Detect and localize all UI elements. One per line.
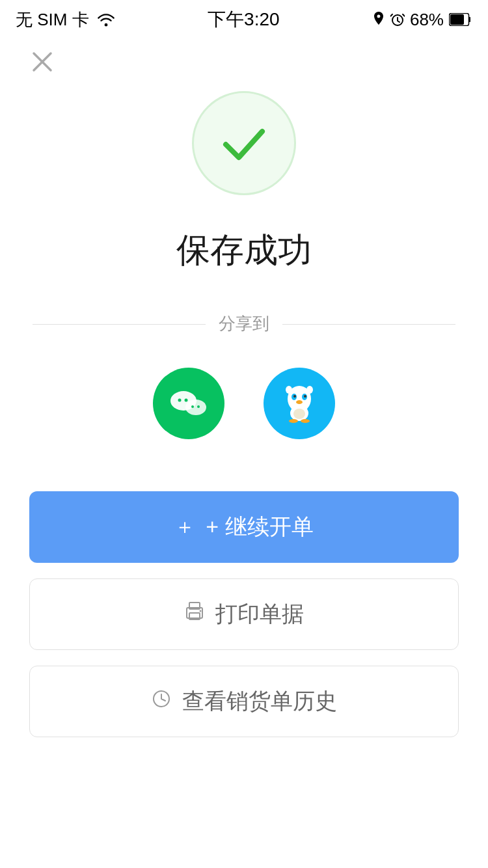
svg-point-18	[293, 409, 305, 419]
wechat-share-button[interactable]	[153, 368, 224, 439]
svg-point-16	[296, 400, 303, 404]
success-icon-circle	[192, 91, 296, 195]
svg-point-14	[293, 395, 296, 398]
share-label: 分享到	[206, 312, 282, 335]
qq-share-button[interactable]	[264, 368, 335, 439]
history-button[interactable]: 查看销货单历史	[29, 666, 459, 737]
svg-point-21	[286, 386, 292, 394]
plus-icon: ＋	[174, 513, 195, 541]
svg-point-15	[304, 395, 306, 398]
print-icon	[184, 601, 205, 627]
svg-point-7	[178, 399, 182, 402]
checkmark-icon	[218, 117, 270, 169]
continue-label: + 继续开单	[206, 512, 313, 542]
history-icon	[151, 688, 172, 714]
status-left: 无 SIM 卡	[16, 8, 115, 31]
close-button[interactable]	[26, 46, 59, 78]
svg-point-6	[185, 400, 206, 415]
action-buttons: ＋ + 继续开单 打印单据 查看销货单历史	[29, 491, 459, 737]
svg-point-8	[185, 399, 188, 402]
status-time: 下午3:20	[208, 7, 280, 32]
svg-point-20	[301, 419, 310, 423]
print-label: 打印单据	[215, 599, 304, 629]
wechat-icon	[167, 384, 210, 423]
history-label: 查看销货单历史	[182, 686, 337, 716]
status-right: 68%	[372, 10, 472, 30]
wifi-icon	[97, 12, 115, 27]
svg-rect-2	[450, 14, 464, 25]
svg-point-26	[200, 610, 202, 612]
success-title: 保存成功	[176, 228, 312, 273]
battery-percent: 68%	[410, 10, 444, 30]
share-section: 分享到	[0, 312, 488, 335]
close-icon	[31, 50, 54, 74]
svg-point-9	[191, 405, 194, 408]
share-icons-row	[153, 368, 335, 439]
battery-icon	[449, 13, 472, 26]
qq-icon	[278, 381, 320, 426]
alarm-icon	[390, 12, 405, 27]
location-icon	[372, 12, 385, 27]
continue-button[interactable]: ＋ + 继续开单	[29, 491, 459, 563]
sim-label: 无 SIM 卡	[16, 8, 89, 31]
main-content: 保存成功 分享到	[0, 39, 488, 737]
svg-point-10	[197, 405, 200, 408]
svg-point-22	[306, 386, 313, 394]
status-bar: 无 SIM 卡 下午3:20 68%	[0, 0, 488, 39]
print-button[interactable]: 打印单据	[29, 578, 459, 650]
svg-point-19	[289, 419, 298, 423]
